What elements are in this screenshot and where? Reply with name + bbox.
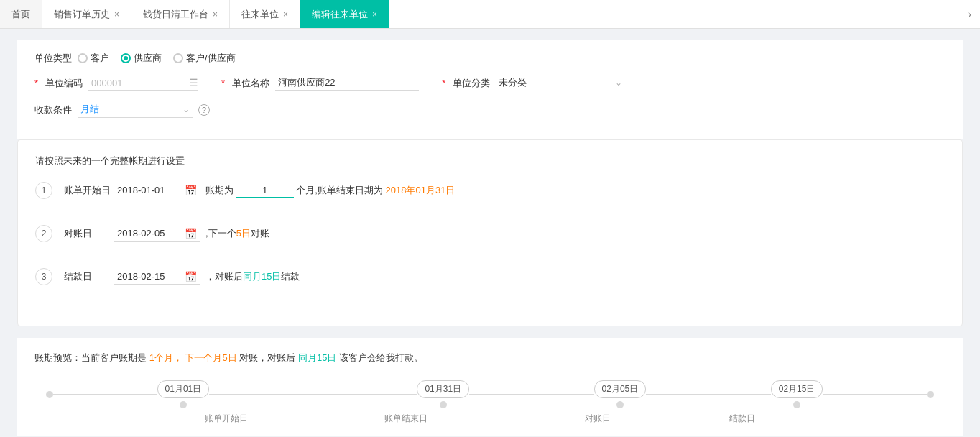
- settings-row-1: 1 账单开始日 📅 账期为 个月,账单结束日期为 2018年01月31日: [35, 182, 945, 205]
- payment-terms-arrow-icon: ⌄: [182, 104, 190, 114]
- start-date-cal-icon[interactable]: 📅: [185, 185, 197, 196]
- unit-category-select[interactable]: 未分类 ⌄: [496, 75, 625, 91]
- radio-supplier[interactable]: 供应商: [121, 52, 162, 65]
- tab-edit-partner[interactable]: 编辑往来单位 ×: [300, 0, 389, 28]
- row-label-2: 对账日: [64, 227, 114, 240]
- period-suffix: 个月,账单结束日期为: [296, 184, 383, 197]
- tl-dot-4: [793, 401, 800, 408]
- tl-dot-1: [180, 401, 187, 408]
- unit-name-input[interactable]: [275, 76, 419, 91]
- preview-part2: 下一个月5日: [185, 352, 236, 363]
- form-section: 单位类型 客户 供应商 客户/供应商: [17, 40, 963, 139]
- radio-customer-supplier[interactable]: 客户/供应商: [173, 52, 236, 65]
- tab-sales-history-label: 销售订单历史: [54, 8, 110, 21]
- tl-start-dot: [46, 391, 53, 398]
- tl-node-2: 01月31日: [417, 380, 469, 408]
- tl-label-3: 对账日: [526, 413, 670, 425]
- tl-seg-3: [469, 394, 593, 395]
- reconcile-prefix: ,下一个: [205, 227, 236, 240]
- unit-type-label: 单位类型: [34, 52, 72, 65]
- tab-edit-partner-label: 编辑往来单位: [312, 8, 368, 21]
- tl-seg-1: [53, 394, 157, 395]
- payment-terms-label: 收款条件: [34, 104, 72, 116]
- unit-type-radio-group: 客户 供应商 客户/供应商: [78, 52, 236, 65]
- unit-code-input-wrap: ☰: [88, 76, 198, 91]
- payment-terms-field: 收款条件 月结 ⌄ ?: [34, 101, 210, 118]
- preview-label: 账期预览：当前客户账期是: [34, 352, 147, 363]
- preview-part1: 1个月，: [149, 352, 182, 363]
- copy-icon[interactable]: ☰: [189, 77, 198, 88]
- payment-terms-help-icon[interactable]: ?: [198, 104, 210, 116]
- radio-supplier-circle: [121, 53, 131, 63]
- card-section: 请按照未来的一个完整帐期进行设置 1 账单开始日 📅 账期为 个月,账单结束日期…: [17, 139, 963, 326]
- radio-customer-supplier-circle: [173, 53, 183, 63]
- tl-node-3: 02月05日: [594, 380, 647, 408]
- tl-seg-5: [823, 394, 927, 395]
- unit-type-row: 单位类型 客户 供应商 客户/供应商: [34, 52, 946, 65]
- payment-date-input[interactable]: [117, 271, 182, 282]
- unit-code-input[interactable]: [88, 76, 189, 90]
- tab-partners-close[interactable]: ×: [283, 10, 288, 19]
- unit-category-value: 未分类: [499, 76, 615, 89]
- reconcile-suffix: 对账: [251, 227, 269, 240]
- period-input[interactable]: [236, 183, 294, 198]
- tl-badge-4: 02月15日: [771, 380, 823, 398]
- tab-expand-icon[interactable]: ›: [959, 8, 980, 21]
- tab-cashflow[interactable]: 钱货日清工作台 ×: [131, 0, 230, 28]
- tl-node-4: 02月15日: [771, 380, 823, 408]
- radio-customer-label: 客户: [91, 52, 109, 65]
- radio-customer[interactable]: 客户: [78, 52, 109, 65]
- radio-supplier-label: 供应商: [134, 52, 162, 65]
- timeline-labels-row: 账单开始日 账单结束日 对账日 结款日: [46, 413, 934, 425]
- preview-section: 账期预览：当前客户账期是 1个月， 下一个月5日 对账，对账后 同月15日 该客…: [17, 338, 963, 436]
- tab-edit-partner-close[interactable]: ×: [372, 10, 377, 19]
- timeline-badges-row: 01月01日 01月31日 02月05日 02月15日: [46, 380, 934, 408]
- unit-category-field: * 单位分类 未分类 ⌄: [442, 75, 625, 91]
- tl-seg-2: [209, 394, 417, 395]
- payment-date-input-wrap: 📅: [114, 270, 200, 285]
- reconcile-highlight: 5日: [236, 227, 251, 240]
- radio-customer-supplier-label: 客户/供应商: [186, 52, 236, 65]
- tab-partners[interactable]: 往来单位 ×: [230, 0, 300, 28]
- preview-text: 账期预览：当前客户账期是 1个月， 下一个月5日 对账，对账后 同月15日 该客…: [34, 349, 946, 366]
- tl-node-1: 01月01日: [157, 380, 210, 408]
- reconcile-date-cal-icon[interactable]: 📅: [185, 228, 197, 239]
- tab-home-label: 首页: [11, 8, 30, 21]
- row-num-3: 3: [35, 268, 52, 285]
- payment-prefix: ，对账后: [205, 270, 243, 283]
- tl-seg-4: [646, 394, 770, 395]
- tl-badge-1: 01月01日: [157, 380, 210, 398]
- tab-home[interactable]: 首页: [0, 0, 42, 28]
- tab-sales-history-close[interactable]: ×: [114, 10, 119, 19]
- tl-dot-2: [440, 401, 447, 408]
- payment-highlight: 同月15日: [243, 270, 281, 283]
- start-date-input[interactable]: [117, 185, 182, 196]
- tl-label-1: 账单开始日: [166, 413, 286, 425]
- unit-info-row: * 单位编码 ☰ * 单位名称 * 单位分类 未分类 ⌄: [34, 75, 946, 91]
- unit-name-star: *: [221, 78, 225, 88]
- tab-bar: 首页 销售订单历史 × 钱货日清工作台 × 往来单位 × 编辑往来单位 × ›: [0, 0, 980, 29]
- row-num-1: 1: [35, 182, 52, 199]
- reconcile-date-input-wrap: 📅: [114, 226, 200, 242]
- unit-category-arrow-icon: ⌄: [615, 78, 622, 88]
- tl-label-4: 结款日: [670, 413, 814, 425]
- tab-sales-history[interactable]: 销售订单历史 ×: [42, 0, 131, 28]
- settings-row-3: 3 结款日 📅 ，对账后 同月15日 结款: [35, 268, 945, 291]
- payment-date-cal-icon[interactable]: 📅: [185, 271, 197, 282]
- payment-terms-row: 收款条件 月结 ⌄ ?: [34, 101, 946, 118]
- tl-dot-3: [616, 401, 624, 408]
- row-num-2: 2: [35, 225, 52, 242]
- reconcile-date-input[interactable]: [117, 228, 182, 239]
- row-label-1: 账单开始日: [64, 184, 114, 197]
- payment-terms-value: 月结: [80, 103, 182, 116]
- start-date-input-wrap: 📅: [114, 183, 200, 198]
- tab-cashflow-close[interactable]: ×: [213, 10, 218, 19]
- main-content: 单位类型 客户 供应商 客户/供应商: [0, 29, 980, 437]
- unit-name-label: 单位名称: [232, 77, 269, 90]
- tl-badge-2: 01月31日: [417, 380, 469, 398]
- unit-category-star: *: [442, 78, 445, 88]
- preview-part5: 该客户会给我打款。: [339, 352, 423, 363]
- preview-part4: 同月15日: [298, 352, 336, 363]
- payment-terms-select[interactable]: 月结 ⌄: [78, 101, 193, 118]
- card-title: 请按照未来的一个完整帐期进行设置: [35, 155, 945, 167]
